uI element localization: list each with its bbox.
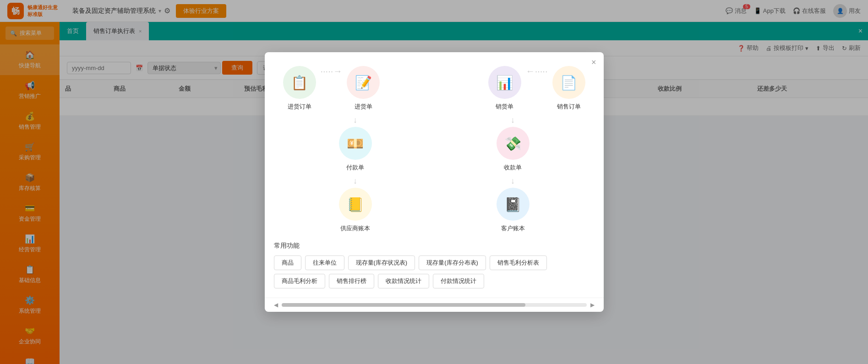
func-btn-partners[interactable]: 往来单位 [305,255,344,270]
spacer-mid [372,115,497,125]
flow-arrows-down-row2: ↓ ↓ [283,176,585,186]
spacer-row3-right [552,127,585,172]
down-arrow-receipt: ↓ [497,176,530,186]
customer-ledger-icon: 📓 [504,196,521,212]
s1 [283,176,316,186]
down-arrow-payment-icon: ↓ [353,176,357,186]
spacer-row3-arrow2 [530,127,552,172]
payment-label: 付款单 [346,163,364,172]
purchase-order-label: 进货订单 [288,103,311,111]
flow-row-1: 📋 进货订单 ·····→ 📝 进货单 [283,66,585,111]
flow-node-purchase-order[interactable]: 📋 进货订单 [283,66,316,111]
purchase-order-icon: 📋 [291,75,308,91]
down-arrow-receipt-icon: ↓ [511,176,515,186]
popup-close-btn[interactable]: × [591,58,596,67]
arrow-sales-order-to-invoice: ←····· [521,66,552,87]
flow-node-supplier-ledger[interactable]: 📒 供应商账本 [339,188,372,233]
sales-invoice-label: 销货单 [496,103,513,111]
flow-node-sales-order[interactable]: 📄 销售订单 [552,66,585,111]
flow-node-purchase-invoice[interactable]: 📝 进货单 [347,66,380,111]
flow-row-3: 💴 付款单 💸 收款单 [283,125,585,176]
func-btn-stock-dist[interactable]: 现存量(库存分布表) [419,255,486,270]
func-btn-stock-status[interactable]: 现存量(库存状况表) [348,255,415,270]
customer-ledger-circle: 📓 [497,188,530,221]
spacer-arrow1 [316,115,339,125]
flow-node-sales-invoice[interactable]: 📊 销货单 [488,66,521,111]
s5 [552,176,585,186]
purchase-invoice-label: 进货单 [355,103,372,111]
s2 [316,176,339,186]
down-arrow-payment: ↓ [339,176,372,186]
sales-invoice-icon: 📊 [496,75,513,91]
scroll-left-icon[interactable]: ◀ [274,302,278,308]
popup: × 📋 进货订单 ·····→ [265,52,604,312]
payment-icon: 💴 [347,136,364,152]
receipt-icon: 💸 [504,136,521,152]
supplier-ledger-label: 供应商账本 [340,224,370,233]
scroll-thumb[interactable] [282,303,526,307]
spacer-arrow2 [530,115,552,125]
purchase-invoice-icon: 📝 [355,75,372,91]
spacer-row3-mid [372,127,497,172]
spacer-row3-left [283,127,316,172]
scroll-right-icon[interactable]: ▶ [590,302,595,308]
r5s2 [316,188,339,233]
func-btn-sales-analysis[interactable]: 销售毛利分析表 [490,255,547,270]
flow-diagram: 📋 进货订单 ·····→ 📝 进货单 [265,52,604,242]
flow-row-5: 📒 供应商账本 📓 客户账本 [283,186,585,233]
flow-arrows-down-row: ↓ ↓ [283,115,585,125]
payment-circle: 💴 [339,127,372,160]
func-btns-container: 商品 往来单位 现存量(库存状况表) 现存量(库存分布表) 销售毛利分析表 商品… [274,255,595,288]
func-btn-receipt-stats[interactable]: 收款情况统计 [378,274,429,288]
flow-node-payment[interactable]: 💴 付款单 [339,127,372,172]
s4 [530,176,552,186]
down-arrow-sales: ↓ [497,115,530,125]
flow-node-customer-ledger[interactable]: 📓 客户账本 [497,188,530,233]
supplier-ledger-icon: 📒 [347,196,364,212]
down-arrow-sales-icon: ↓ [511,115,515,125]
popup-overlay[interactable]: × 📋 进货订单 ·····→ [0,0,868,364]
common-functions: 常用功能 商品 往来单位 现存量(库存状况表) 现存量(库存分布表) 销售毛利分… [265,242,604,298]
receipt-label: 收款单 [504,163,522,172]
customer-ledger-label: 客户账本 [501,224,525,233]
scroll-track[interactable] [282,303,587,307]
purchase-order-circle: 📋 [283,66,316,99]
r5s4 [530,188,552,233]
sales-order-icon: 📄 [560,75,577,91]
func-btn-sales-ranking[interactable]: 销售排行榜 [329,274,374,288]
sales-invoice-circle: 📊 [488,66,521,99]
r5s5 [552,188,585,233]
spacer-row3-arrow1 [316,127,339,172]
down-arrow-purchase-icon: ↓ [353,115,357,125]
down-arrow-purchase: ↓ [339,115,372,125]
r5s3 [372,188,497,233]
s3 [372,176,497,186]
supplier-ledger-circle: 📒 [339,188,372,221]
arrow-purchase-to-invoice: ·····→ [316,66,347,87]
common-functions-title: 常用功能 [274,242,595,250]
r5s1 [283,188,316,233]
sales-order-circle: 📄 [552,66,585,99]
flow-node-receipt[interactable]: 💸 收款单 [497,127,530,172]
receipt-circle: 💸 [497,127,530,160]
purchase-invoice-circle: 📝 [347,66,380,99]
func-btn-product[interactable]: 商品 [274,255,301,270]
func-btn-product-margin[interactable]: 商品毛利分析 [274,274,325,288]
scroll-bar-area: ◀ ▶ [265,298,604,312]
func-btn-payment-stats[interactable]: 付款情况统计 [433,274,484,288]
sales-order-label: 销售订单 [557,103,581,111]
